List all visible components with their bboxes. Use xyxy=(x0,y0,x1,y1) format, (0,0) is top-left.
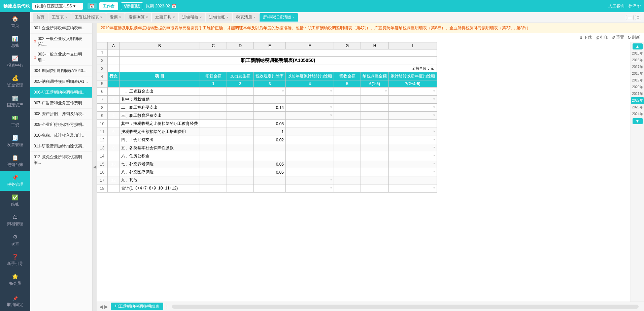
cell-14f[interactable] xyxy=(286,152,334,160)
cell-18g[interactable] xyxy=(334,184,361,193)
list-item-005[interactable]: 005-纳税调整项目明细表(A1... xyxy=(30,76,92,87)
cell-9f[interactable]: * xyxy=(286,112,334,120)
tab-income-tax-close[interactable]: × xyxy=(293,15,295,19)
cell-18d[interactable] xyxy=(227,184,254,193)
cell-7f[interactable] xyxy=(286,96,334,104)
tab-audit-close[interactable]: × xyxy=(200,15,202,19)
refresh-button[interactable]: ↻ 刷新 xyxy=(628,35,640,40)
cell-6g[interactable] xyxy=(334,88,361,96)
cell-18f[interactable]: * xyxy=(286,184,334,193)
year-2018[interactable]: 2018年 xyxy=(631,70,644,77)
cell-8d[interactable] xyxy=(227,104,254,112)
cell-7i[interactable]: * xyxy=(389,96,437,104)
panel-collapse-handle[interactable]: ◀ xyxy=(93,23,97,311)
cell-10e[interactable]: 0.08 xyxy=(254,120,286,128)
cell-12g[interactable] xyxy=(334,136,361,144)
spreadsheet-main[interactable]: A B C D E F G H I xyxy=(97,42,631,302)
cell-13d[interactable] xyxy=(227,144,254,152)
tab-sales-ledger-close[interactable]: × xyxy=(227,15,229,19)
cell-17h[interactable] xyxy=(361,176,389,184)
cell-16d[interactable] xyxy=(227,168,254,176)
cell-7c[interactable] xyxy=(200,96,227,104)
cell-10c[interactable] xyxy=(200,120,227,128)
cell-10h[interactable] xyxy=(361,120,389,128)
sidebar-item-assets[interactable]: 🏢 固定资产 xyxy=(0,92,30,111)
cell-10f[interactable] xyxy=(286,120,334,128)
item-11[interactable]: 八、补充医疗保险 xyxy=(120,168,200,176)
download-button[interactable]: ⬇ 下载 xyxy=(579,35,592,40)
item-6[interactable]: 按税收规定全额扣除的职工培训费用 xyxy=(120,128,200,136)
cell-7g[interactable] xyxy=(334,96,361,104)
cell-12f[interactable] xyxy=(286,136,334,144)
sidebar-item-settings[interactable]: ⚙ 设置 xyxy=(0,230,30,250)
cell-6f[interactable]: * xyxy=(286,88,334,96)
cell-17g[interactable] xyxy=(334,176,361,184)
tab-sales-ledger[interactable]: 进销台账 × xyxy=(206,13,232,22)
cell-11i[interactable]: * xyxy=(389,128,437,136)
service-link[interactable]: 人工客询 xyxy=(608,3,624,9)
cell-16f[interactable] xyxy=(286,168,334,176)
cell-15c[interactable] xyxy=(200,160,227,168)
item-5[interactable]: 其中：按税收规定比例扣除的职工教育经费 xyxy=(120,120,200,128)
tab-invoice-close[interactable]: × xyxy=(119,15,121,19)
year-nav-up[interactable]: ▲ xyxy=(633,43,643,49)
cell-8e[interactable]: 0.14 xyxy=(254,104,286,112)
cell-13f[interactable] xyxy=(286,144,334,152)
cell-10d[interactable] xyxy=(227,120,254,128)
tab-payroll[interactable]: 工资表 × xyxy=(48,13,71,22)
cell-18e[interactable] xyxy=(254,184,286,193)
sidebar-item-archive[interactable]: 🗂 归档管理 xyxy=(0,211,30,230)
sidebar-item-reports[interactable]: 📈 报表中心 xyxy=(0,52,30,72)
item-7[interactable]: 四、工会经费支出 xyxy=(120,136,200,144)
tab-tax-list[interactable]: 税表清册 × xyxy=(233,13,259,22)
cell-9e[interactable] xyxy=(254,112,286,120)
cell-16h[interactable] xyxy=(361,168,389,176)
tab-invoice-calc[interactable]: 发票测算 × xyxy=(125,13,151,22)
cell-14g[interactable] xyxy=(334,152,361,160)
list-item-004[interactable]: 004-期间费用明细表(A1040... xyxy=(30,66,92,76)
cell-7d[interactable] xyxy=(227,96,254,104)
cell-13e[interactable] xyxy=(254,144,286,152)
year-2024[interactable]: 2024年 xyxy=(631,111,644,117)
unpin-button[interactable]: 📌 取消固定 xyxy=(5,293,25,311)
list-item-002[interactable]: ⊗ 002-一般企业收入明细表(A1... xyxy=(30,34,92,49)
cell-15h[interactable] xyxy=(361,160,389,168)
cell-17d[interactable] xyxy=(227,176,254,184)
cell-6e[interactable]: * xyxy=(254,88,286,96)
to-old-button[interactable]: 切到旧版 xyxy=(121,2,143,10)
cell-12i[interactable]: * xyxy=(389,136,437,144)
sidebar-item-home[interactable]: 🏠 首页 xyxy=(0,12,30,32)
item-3[interactable]: 二、职工福利要支出 xyxy=(120,104,200,112)
cell-14h[interactable] xyxy=(361,152,389,160)
cell-10g[interactable] xyxy=(334,120,361,128)
workbench-button[interactable]: 工作台 xyxy=(99,2,118,10)
item-4[interactable]: 三、职工教育经费支出 xyxy=(120,112,200,120)
cell-18i[interactable]: * xyxy=(389,184,437,193)
cell-16c[interactable] xyxy=(200,168,227,176)
year-2017[interactable]: 2017年 xyxy=(631,64,644,70)
tab-home[interactable]: 首页 xyxy=(33,13,48,22)
cell-15f[interactable] xyxy=(286,160,334,168)
cell-1B[interactable] xyxy=(120,49,437,57)
item-9[interactable]: 六、住房公积金 xyxy=(120,152,200,160)
list-item-008[interactable]: 008-资产折旧、摊销及纳税... xyxy=(30,109,92,119)
tab-payroll-close[interactable]: × xyxy=(65,15,67,19)
cell-17c[interactable] xyxy=(200,176,227,184)
year-2023[interactable]: 2023年 xyxy=(631,104,644,111)
cell-18c[interactable] xyxy=(200,184,227,193)
cell-1A[interactable] xyxy=(108,49,120,57)
year-2020[interactable]: 2020年 xyxy=(631,84,644,91)
sidebar-item-tax[interactable]: 📌 税务管理 xyxy=(0,171,30,191)
cell-16i[interactable]: * xyxy=(389,168,437,176)
tab-maximize-button[interactable]: □ xyxy=(635,15,641,20)
cell-8c[interactable] xyxy=(200,104,227,112)
company-selector[interactable]: (勿删) 江西皖宝-LSS ▾ xyxy=(32,3,83,10)
year-2022[interactable]: 2022年 xyxy=(631,97,644,104)
cell-17i[interactable] xyxy=(389,176,437,184)
item-1[interactable]: 一、工资薪金支出 xyxy=(120,88,200,96)
sidebar-item-invoice[interactable]: 🧾 发票管理 xyxy=(0,131,30,151)
cell-13h[interactable] xyxy=(361,144,389,152)
tab-payroll-stats[interactable]: 工资统计报表 × xyxy=(71,13,106,22)
cell-9i[interactable]: * xyxy=(389,112,437,120)
cell-12c[interactable] xyxy=(200,136,227,144)
